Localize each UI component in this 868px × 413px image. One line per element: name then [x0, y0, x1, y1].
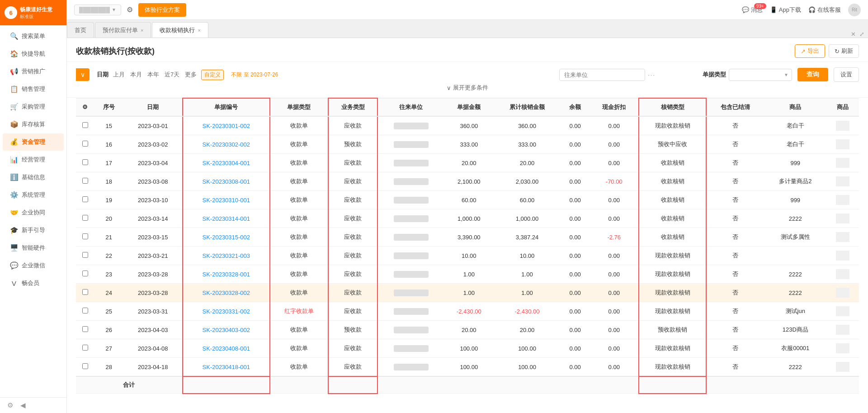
- close-tab-icon[interactable]: ✕: [851, 31, 856, 38]
- member-icon: V: [10, 280, 18, 287]
- sidebar-item-wechat[interactable]: 💬 企业微信: [3, 257, 64, 274]
- online-service-button[interactable]: 🎧 在线客服: [808, 6, 841, 14]
- bill-no-link[interactable]: SK-20230315-002: [203, 234, 250, 241]
- sidebar-item-finance[interactable]: 💰 资金管理: [3, 133, 64, 151]
- sidebar-item-inventory[interactable]: 📦 库存核算: [3, 116, 64, 133]
- cell-bill-no: SK-20230408-001: [183, 339, 270, 358]
- cell-bill-no: SK-20230328-002: [183, 284, 270, 302]
- cell-include-settled: 否: [706, 321, 764, 339]
- expand-tab-icon[interactable]: ⤢: [859, 31, 864, 38]
- th-date: 日期: [124, 98, 183, 116]
- bill-no-link[interactable]: SK-20230331-002: [203, 308, 250, 315]
- company-selector[interactable]: ████████ ▼: [74, 5, 121, 15]
- filter-expand-button[interactable]: ∨: [76, 68, 90, 81]
- app-download-button[interactable]: 📱 App下载: [770, 6, 801, 14]
- tab-payable[interactable]: 预付款应付单 ×: [95, 22, 151, 38]
- sidebar-item-marketing[interactable]: 📢 营销推广: [3, 63, 64, 80]
- partner-input[interactable]: [559, 69, 645, 81]
- row-checkbox[interactable]: [82, 252, 88, 258]
- th-settings[interactable]: ⚙: [76, 98, 94, 116]
- row-checkbox[interactable]: [82, 308, 88, 313]
- row-checkbox[interactable]: [82, 233, 88, 239]
- collapse-icon[interactable]: ◀: [20, 401, 26, 409]
- messages-button[interactable]: 💬 消息 99+: [742, 6, 763, 14]
- cell-cancel-type: 收款核销: [639, 228, 707, 247]
- settings-button[interactable]: 设置: [834, 67, 859, 82]
- row-checkbox[interactable]: [82, 178, 88, 184]
- table-row: 192023-03-10SK-20230310-001收款单应收款████60.…: [76, 191, 859, 209]
- tab-collection-close[interactable]: ×: [198, 28, 200, 33]
- cell-balance: 0.00: [560, 321, 590, 339]
- cell-date: 2023-03-14: [124, 209, 183, 228]
- bill-type-select[interactable]: [729, 69, 792, 81]
- row-checkbox[interactable]: [82, 271, 88, 276]
- bill-no-link[interactable]: SK-20230403-002: [203, 327, 250, 333]
- cell-cancel-type: 收款核销: [639, 209, 707, 228]
- row-checkbox[interactable]: [82, 159, 88, 165]
- sidebar-item-guide[interactable]: 🎓 新手引导: [3, 222, 64, 239]
- bill-no-link[interactable]: SK-20230308-001: [203, 178, 250, 185]
- cell-product2: [826, 172, 859, 191]
- cell-cash-discount: 0.00: [590, 209, 639, 228]
- sidebar-item-member[interactable]: V 畅会员: [3, 275, 64, 292]
- gear-icon[interactable]: ⚙: [127, 5, 133, 14]
- logo-icon: 6: [5, 6, 17, 19]
- date-this-year-btn[interactable]: 本年: [146, 70, 161, 80]
- cell-partner: ████: [377, 358, 443, 377]
- tab-payable-close[interactable]: ×: [141, 28, 143, 33]
- refresh-button[interactable]: ↻ 刷新: [829, 44, 859, 58]
- settings-bottom-icon[interactable]: ⚙: [7, 401, 13, 409]
- bill-no-link[interactable]: SK-20230301-002: [203, 123, 250, 129]
- expand-more-button[interactable]: ∨ 展开更多条件: [447, 84, 488, 92]
- cell-bill-type: 收款单: [270, 135, 329, 154]
- export-button[interactable]: ↗ 导出: [795, 44, 825, 58]
- sidebar-item-enterprise[interactable]: 🤝 企业协同: [3, 204, 64, 221]
- cell-checkbox: [76, 154, 94, 172]
- sidebar-item-purchase[interactable]: 🛒 采购管理: [3, 98, 64, 115]
- bill-no-link[interactable]: SK-20230321-003: [203, 252, 250, 259]
- bill-no-link[interactable]: SK-20230408-001: [203, 345, 250, 352]
- sidebar-item-system[interactable]: ⚙️ 系统管理: [3, 186, 64, 204]
- sidebar: 6 畅康道好生意 标准版 🔍 搜索菜单 🏠 快捷导航 📢 营销推广 📋 销售管理…: [0, 0, 67, 413]
- bill-no-link[interactable]: SK-20230328-001: [203, 271, 250, 278]
- bill-no-link[interactable]: SK-20230328-002: [203, 290, 250, 296]
- bill-no-link[interactable]: SK-20230310-001: [203, 197, 250, 204]
- footer-row: 合计: [76, 376, 859, 394]
- sidebar-item-search[interactable]: 🔍 搜索菜单: [3, 28, 64, 45]
- bill-no-link[interactable]: SK-20230304-001: [203, 160, 250, 166]
- cell-cancel-type: 收款核销: [639, 154, 707, 172]
- sidebar-item-basicinfo[interactable]: ℹ️ 基础信息: [3, 169, 64, 186]
- sidebar-item-sales[interactable]: 📋 销售管理: [3, 81, 64, 98]
- tab-home[interactable]: 首页: [67, 22, 94, 38]
- cell-cash-discount: 0.00: [590, 265, 639, 284]
- sidebar-item-quicknav[interactable]: 🏠 快捷导航: [3, 45, 64, 62]
- row-checkbox[interactable]: [82, 326, 88, 332]
- row-checkbox[interactable]: [82, 122, 88, 128]
- bill-no-link[interactable]: SK-20230418-001: [203, 364, 250, 370]
- row-checkbox[interactable]: [82, 141, 88, 147]
- bill-no-link[interactable]: SK-20230302-002: [203, 141, 250, 148]
- column-settings-icon[interactable]: ⚙: [82, 104, 88, 110]
- row-checkbox[interactable]: [82, 196, 88, 202]
- row-checkbox[interactable]: [82, 345, 88, 351]
- basicinfo-icon: ℹ️: [10, 173, 18, 181]
- sidebar-item-operation[interactable]: 📊 经营管理: [3, 151, 64, 168]
- user-avatar[interactable]: Rit: [848, 4, 861, 16]
- tab-collection[interactable]: 收款核销执行 ×: [152, 22, 208, 38]
- cell-balance: 0.00: [560, 265, 590, 284]
- sidebar-item-hardware[interactable]: 🖥️ 智能硬件: [3, 239, 64, 256]
- bill-no-link[interactable]: SK-20230314-001: [203, 215, 250, 222]
- date-this-month-btn[interactable]: 本月: [128, 70, 144, 80]
- row-checkbox[interactable]: [82, 363, 88, 369]
- query-button[interactable]: 查询: [797, 68, 828, 81]
- date-last-month-btn[interactable]: 上月: [111, 70, 127, 80]
- date-custom-btn[interactable]: 自定义: [201, 70, 224, 80]
- date-more-btn[interactable]: 更多: [183, 70, 198, 80]
- table-body: 152023-03-01SK-20230301-002收款单应收款████360…: [76, 116, 859, 376]
- solution-button[interactable]: 体验行业方案: [138, 3, 186, 17]
- date-7days-btn[interactable]: 近7天: [163, 70, 181, 80]
- row-checkbox[interactable]: [82, 215, 88, 221]
- export-icon: ↗: [801, 48, 806, 55]
- row-checkbox[interactable]: [82, 289, 88, 295]
- cell-product: 测试jun: [764, 302, 826, 321]
